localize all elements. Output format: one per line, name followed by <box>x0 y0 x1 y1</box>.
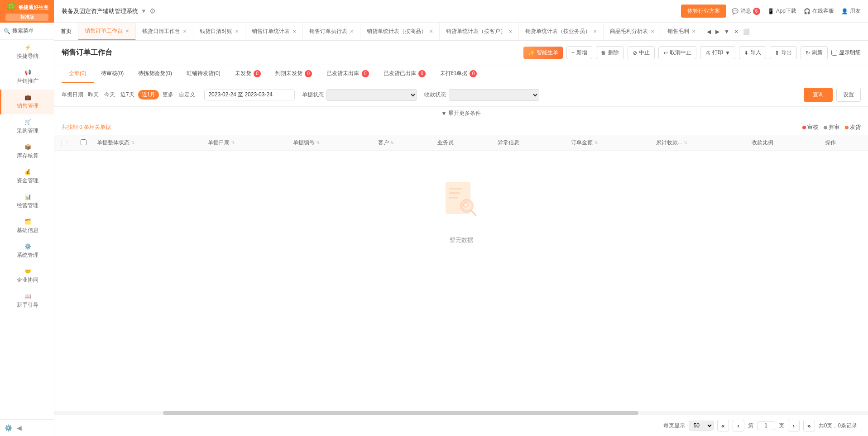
cancel-stop-icon: ↩ <box>663 50 668 56</box>
ship-action-btn[interactable]: 发货 <box>845 123 861 131</box>
th-status[interactable]: 单据整体状态 ⇅ <box>92 135 203 151</box>
sidebar-item-inventory[interactable]: 📦 库存核算 <box>0 139 54 164</box>
sidebar-item-guide[interactable]: 📖 新手引导 <box>0 289 54 313</box>
tab-close-icon[interactable]: ✕ <box>508 29 512 34</box>
sidebar-item-system[interactable]: ⚙️ 系统管理 <box>0 239 54 264</box>
tab-close-all-btn[interactable]: ✕ <box>732 28 740 36</box>
tab-more-btn[interactable]: ▼ <box>722 28 731 36</box>
collapse-btn[interactable]: ◀ <box>17 424 22 431</box>
filter-tab-shipped-not-out[interactable]: 已发货未出库 0 <box>319 65 376 83</box>
tab-close-icon[interactable]: ✕ <box>593 29 597 34</box>
filter-tab-wangpu[interactable]: 旺铺待发货(0) <box>179 65 228 83</box>
tab-sales-summary-staff[interactable]: 销货单统计表（按业务员） ✕ <box>519 23 604 40</box>
sidebar-item-sales[interactable]: 💼 销售管理 <box>0 90 54 114</box>
tab-maximize-btn[interactable]: ⬜ <box>741 28 752 36</box>
sidebar-item-finance[interactable]: 💰 资金管理 <box>0 164 54 189</box>
status-select[interactable] <box>326 89 417 101</box>
settings-footer-btn[interactable]: ⚙️ <box>5 424 12 431</box>
add-btn[interactable]: + 新增 <box>566 46 592 59</box>
tab-scroll-left-btn[interactable]: ◀ <box>705 28 713 36</box>
filter-tab-pending-review[interactable]: 待审核(0) <box>94 65 131 83</box>
tab-close-icon[interactable]: ✕ <box>429 29 433 34</box>
th-number[interactable]: 单据编号 ⇅ <box>288 135 374 151</box>
user-menu[interactable]: 👤 用友 <box>841 7 861 15</box>
delete-btn[interactable]: 🗑 删除 <box>596 46 624 59</box>
filter-tab-expired[interactable]: 到期未发货 0 <box>268 65 319 83</box>
page-label: 第 <box>748 422 753 430</box>
shortcut-1month[interactable]: 近1月 <box>138 90 159 100</box>
payment-select[interactable] <box>449 89 539 101</box>
stop-btn[interactable]: ⊘ 中止 <box>628 46 655 59</box>
tab-close-icon[interactable]: ✕ <box>293 29 296 34</box>
gear-icon[interactable]: ⚙ <box>149 7 156 15</box>
tab-close-icon[interactable]: ✕ <box>183 29 187 34</box>
first-page-btn[interactable]: « <box>717 420 729 431</box>
tab-sales-profit[interactable]: 销售毛利 ✕ <box>661 23 702 40</box>
search-btn[interactable]: 查询 <box>804 88 833 102</box>
select-all-checkbox[interactable] <box>81 139 86 145</box>
refresh-btn[interactable]: ↻ 刷新 <box>801 46 828 59</box>
export-btn[interactable]: ⬆ 导出 <box>770 46 797 59</box>
tab-gross-profit[interactable]: 商品毛利分析表 ✕ <box>604 23 661 40</box>
shortcut-custom[interactable]: 自定义 <box>177 90 197 100</box>
tab-cash-reconcile[interactable]: 钱货日清对账 ✕ <box>193 23 245 40</box>
tab-sales-stat[interactable]: 销售订单统计表 ✕ <box>245 23 303 40</box>
show-detail-checkbox[interactable] <box>831 50 837 56</box>
expand-btn[interactable]: ▼ 展开更多条件 <box>441 109 481 117</box>
cancel-review-action-btn[interactable]: 弃审 <box>824 123 839 131</box>
tab-sales-exec[interactable]: 销售订单执行表 ✕ <box>303 23 360 40</box>
review-action-btn[interactable]: 审核 <box>802 123 818 131</box>
tab-scroll-right-btn[interactable]: ▶ <box>714 28 721 36</box>
online-service-btn[interactable]: 🎧 在线客服 <box>804 7 834 15</box>
th-date[interactable]: 单据日期 ⇅ <box>203 135 288 151</box>
horizontal-scrollbar[interactable] <box>54 411 868 415</box>
page-number-input[interactable] <box>757 421 775 430</box>
import-btn[interactable]: ⬇ 导入 <box>739 46 766 59</box>
page-size-select[interactable]: 10 20 50 100 <box>689 421 714 431</box>
date-range-input[interactable] <box>204 90 295 100</box>
filter-tab-shipped-out[interactable]: 已发货已出库 0 <box>376 65 433 83</box>
cancel-stop-btn[interactable]: ↩ 取消中止 <box>658 46 696 59</box>
scrollbar-thumb[interactable] <box>163 411 638 415</box>
tab-sales-summary-product[interactable]: 销货单统计表（按商品） ✕ <box>360 23 440 40</box>
filter-tab-not-printed[interactable]: 未打印单据 0 <box>433 65 484 83</box>
ai-generate-btn[interactable]: ✨ 智能生单 <box>523 47 563 59</box>
next-page-btn[interactable]: › <box>788 420 800 431</box>
filter-setting-btn[interactable]: 设置 <box>836 88 861 102</box>
filter-tab-pending-inspect[interactable]: 待拣货验货(0) <box>131 65 179 83</box>
shortcut-more[interactable]: 更多 <box>161 90 175 100</box>
shortcut-7days[interactable]: 近7天 <box>119 90 136 100</box>
th-collected[interactable]: 累计收款... ⇅ <box>652 135 748 151</box>
sidebar-item-marketing[interactable]: 📢 营销推广 <box>0 65 54 90</box>
filter-tab-not-shipped[interactable]: 未发货 0 <box>228 65 268 83</box>
ship-label: 发货 <box>850 123 861 131</box>
tab-close-icon[interactable]: ✕ <box>692 29 695 34</box>
tab-home[interactable]: 首页 <box>54 23 78 40</box>
prev-page-btn[interactable]: ‹ <box>733 420 744 431</box>
tab-cash-daily[interactable]: 钱货日清工作台 ✕ <box>136 23 193 40</box>
filter-tab-all[interactable]: 全部(0) <box>62 65 94 83</box>
app-download-btn[interactable]: 📱 App下载 <box>767 7 796 15</box>
sidebar-item-base-info[interactable]: 🗂️ 基础信息 <box>0 214 54 239</box>
tab-close-icon[interactable]: ✕ <box>125 28 129 33</box>
sidebar-item-quick-nav[interactable]: ⚡ 快捷导航 <box>0 40 54 65</box>
tab-sales-workbench[interactable]: 销售订单工作台 ✕ <box>78 23 136 40</box>
shortcut-yesterday[interactable]: 昨天 <box>86 90 101 100</box>
tab-close-icon[interactable]: ✕ <box>651 29 654 34</box>
tab-close-icon[interactable]: ✕ <box>350 29 354 34</box>
industry-solution-btn[interactable]: 体验行业方案 <box>681 5 726 18</box>
sidebar-search[interactable]: 🔍 搜索菜单 <box>0 23 54 40</box>
th-checkbox[interactable] <box>74 135 92 151</box>
th-amount[interactable]: 订单金额 ⇅ <box>566 135 652 151</box>
show-detail-toggle[interactable]: 显示明细 <box>831 49 861 57</box>
shortcut-today[interactable]: 今天 <box>102 90 117 100</box>
sidebar-item-operations[interactable]: 📊 经营管理 <box>0 189 54 214</box>
tab-close-icon[interactable]: ✕ <box>235 29 239 34</box>
tab-sales-summary-customer[interactable]: 销货单统计表（按客户） ✕ <box>440 23 519 40</box>
sidebar-item-enterprise[interactable]: 🤝 企业协同 <box>0 264 54 289</box>
message-btn[interactable]: 💬 消息 6 <box>732 7 760 15</box>
last-page-btn[interactable]: » <box>803 420 815 431</box>
sidebar-item-purchase[interactable]: 🛒 采购管理 <box>0 114 54 139</box>
print-btn[interactable]: 🖨 打印 ▼ <box>700 46 735 59</box>
th-customer[interactable]: 客户 ⇅ <box>374 135 433 151</box>
